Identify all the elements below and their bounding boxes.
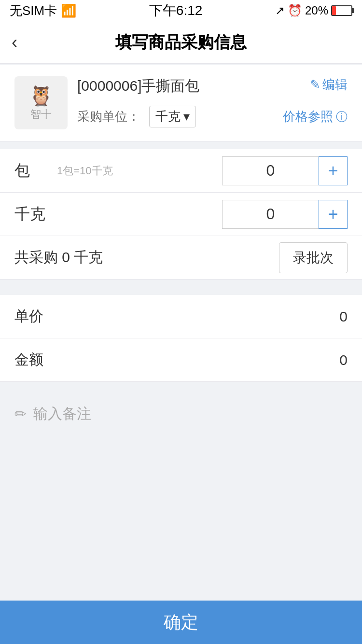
notes-section[interactable]: ✏ 输入备注 — [0, 390, 362, 438]
product-name: [0000006]手撕面包 — [77, 76, 199, 96]
empty-area — [0, 438, 362, 612]
amount-value: 0 — [339, 352, 348, 368]
product-section: 🦉 智十 [0000006]手撕面包 ✎ 编辑 采购单位： 千克 ▾ 价格参照 … — [0, 65, 362, 141]
bag-label: 包 — [14, 160, 53, 182]
status-left: 无SIM卡 📶 — [10, 2, 76, 19]
product-logo-icon: 🦉 — [29, 84, 53, 107]
battery-text: 20% — [305, 4, 328, 17]
bag-sublabel: 1包=10千克 — [57, 164, 222, 178]
summary-row: 共采购 0 千克 录批次 — [0, 236, 362, 280]
carrier-text: 无SIM卡 — [10, 2, 57, 19]
chevron-down-icon: ▾ — [183, 109, 190, 124]
bag-plus-button[interactable]: + — [319, 156, 348, 185]
edit-icon: ✎ — [310, 77, 320, 92]
kg-input[interactable] — [222, 200, 319, 229]
unit-price-label: 单价 — [14, 307, 43, 326]
divider-2 — [0, 280, 362, 287]
kg-input-row: 千克 + — [0, 193, 362, 236]
unit-price-row: 单价 0 — [0, 295, 362, 338]
nav-bar: ‹ 填写商品采购信息 — [0, 21, 362, 64]
pencil-icon: ✏ — [14, 406, 27, 422]
bag-input-row: 包 1包=10千克 + — [0, 149, 362, 193]
page-title: 填写商品采购信息 — [115, 31, 247, 54]
notes-placeholder: 输入备注 — [33, 404, 91, 424]
kg-number-group: + — [222, 200, 348, 229]
confirm-button[interactable]: 确定 — [0, 601, 362, 644]
status-time: 下午6:12 — [149, 1, 203, 20]
unit-select-group: 采购单位： 千克 ▾ — [77, 106, 196, 127]
unit-label: 采购单位： — [77, 109, 140, 124]
kg-label: 千克 — [14, 204, 53, 225]
divider-1 — [0, 141, 362, 149]
amount-label: 金额 — [14, 350, 43, 370]
summary-text: 共采购 0 千克 — [14, 248, 103, 267]
location-icon: ↗ — [275, 4, 285, 17]
record-batch-button[interactable]: 录批次 — [279, 242, 348, 273]
total-value: 0 — [62, 249, 70, 265]
status-bar: 无SIM卡 📶 下午6:12 ↗ ⏰ 20% — [0, 0, 362, 21]
product-image: 🦉 智十 — [14, 76, 68, 129]
product-logo-text: 智十 — [30, 107, 52, 122]
bag-input[interactable] — [222, 156, 319, 185]
kg-plus-button[interactable]: + — [319, 200, 348, 229]
product-header: [0000006]手撕面包 ✎ 编辑 — [77, 76, 348, 96]
info-icon: ⓘ — [336, 109, 348, 125]
edit-button[interactable]: ✎ 编辑 — [310, 76, 348, 93]
product-unit-row: 采购单位： 千克 ▾ 价格参照 ⓘ — [77, 106, 348, 127]
status-right: ↗ ⏰ 20% — [275, 4, 352, 17]
unit-price-value: 0 — [339, 308, 348, 325]
input-section: 包 1包=10千克 + 千克 + 共采购 0 千克 录批次 — [0, 149, 362, 280]
alarm-icon: ⏰ — [288, 4, 302, 17]
back-button[interactable]: ‹ — [12, 32, 17, 53]
unit-dropdown[interactable]: 千克 ▾ — [149, 106, 196, 127]
product-info: [0000006]手撕面包 ✎ 编辑 采购单位： 千克 ▾ 价格参照 ⓘ — [77, 76, 348, 127]
price-section: 单价 0 金额 0 — [0, 295, 362, 382]
bag-number-group: + — [222, 156, 348, 185]
battery-icon — [331, 5, 352, 16]
price-ref-button[interactable]: 价格参照 ⓘ — [283, 108, 348, 125]
amount-row: 金额 0 — [0, 338, 362, 382]
wifi-icon: 📶 — [61, 3, 76, 18]
